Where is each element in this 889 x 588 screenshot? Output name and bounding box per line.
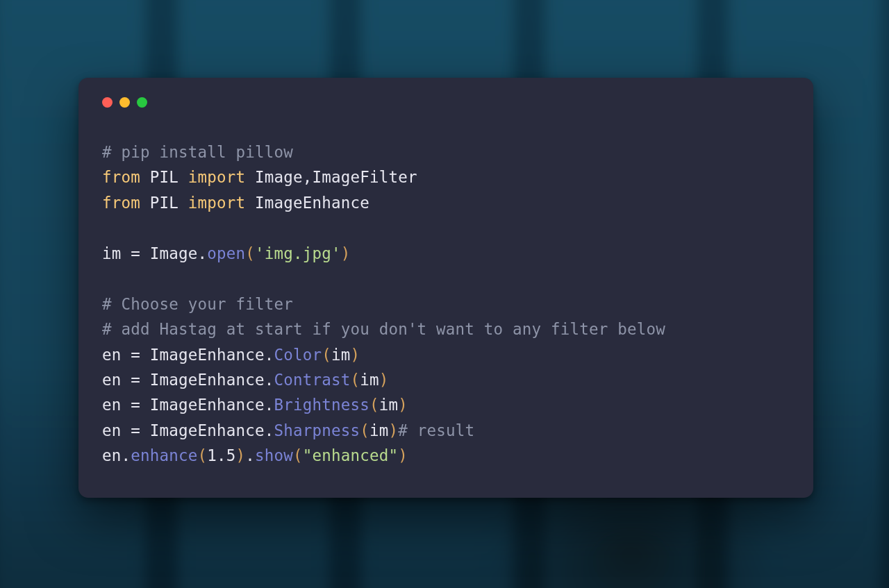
code-line: im = Image.open('img.jpg') (102, 244, 350, 262)
code-line: from PIL import Image,ImageFilter (102, 168, 417, 186)
zoom-icon[interactable] (137, 97, 147, 108)
code-line: # Choose your filter (102, 295, 293, 313)
code-line: en = ImageEnhance.Brightness(im) (102, 396, 408, 414)
window-controls (98, 94, 794, 108)
code-line: from PIL import ImageEnhance (102, 194, 369, 212)
code-editor[interactable]: # pip install pillow from PIL import Ima… (98, 140, 794, 469)
code-line: # pip install pillow (102, 143, 293, 161)
close-icon[interactable] (102, 97, 113, 108)
minimize-icon[interactable] (119, 97, 130, 108)
code-line: en = ImageEnhance.Contrast(im) (102, 371, 388, 389)
code-line: # add Hastag at start if you don't want … (102, 320, 665, 338)
code-line: en = ImageEnhance.Color(im) (102, 346, 360, 364)
code-line: en.enhance(1.5).show("enhanced") (102, 446, 408, 464)
code-line: en = ImageEnhance.Sharpness(im)# result (102, 421, 474, 439)
code-window: # pip install pillow from PIL import Ima… (78, 78, 813, 498)
